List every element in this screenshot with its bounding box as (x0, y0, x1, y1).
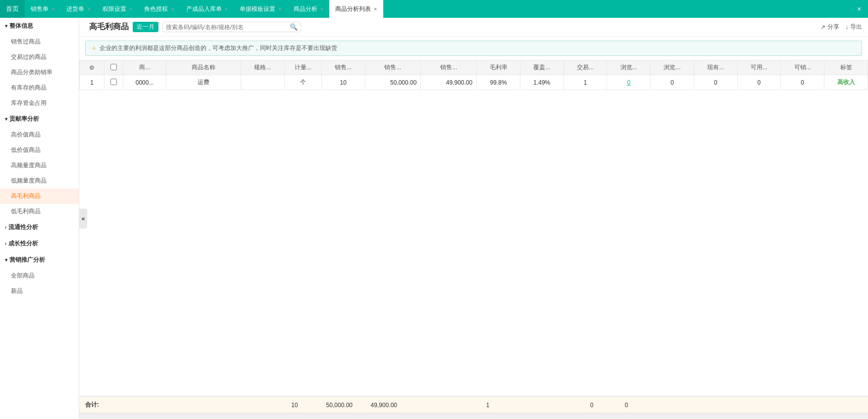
footer-spec (213, 402, 248, 409)
th-sales-cost[interactable]: 销售... (421, 60, 477, 75)
info-icon: ✧ (92, 45, 97, 52)
nav-role-permission[interactable]: 角色授权 × (138, 0, 180, 18)
cell-index: 1 (80, 75, 104, 90)
sidebar-collapse-button[interactable]: « (79, 209, 87, 229)
nav-sales[interactable]: 销售单 × (25, 0, 60, 18)
th-coverage[interactable]: 覆盖... (520, 60, 563, 75)
sidebar-group-overall[interactable]: ▾ 整体信息 (0, 18, 79, 34)
content-area: « 高毛利商品 近一月 🔍 ↗ 分享 ↓ 导出 (79, 18, 868, 419)
sidebar-group-flow[interactable]: › 流通性分析 (0, 219, 79, 235)
sidebar-item-new-goods[interactable]: 新品 (0, 283, 79, 299)
cell-spec (241, 75, 284, 90)
close-app-button[interactable]: × (850, 0, 868, 18)
th-trade[interactable]: 交易... (563, 60, 607, 75)
th-checkbox[interactable] (104, 60, 123, 75)
th-tag[interactable]: 标签 (824, 60, 868, 75)
footer-margin-rate (401, 402, 436, 409)
sidebar-item-low-freq[interactable]: 低频量度商品 (0, 173, 79, 188)
nav-product-import[interactable]: 产成品入库单 × (180, 0, 234, 18)
th-browse2[interactable]: 浏览... (651, 60, 694, 75)
nav-product-analysis[interactable]: 商品分析 × (288, 0, 329, 18)
nav-order-template[interactable]: 单据模板设置 × (234, 0, 287, 18)
nav-permission-settings[interactable]: 权限设置 × (97, 0, 138, 18)
th-name[interactable]: 商品名称 (166, 60, 241, 75)
th-spec[interactable]: 规格... (241, 60, 284, 75)
th-unit[interactable]: 计量... (284, 60, 321, 75)
cell-checkbox[interactable] (104, 75, 123, 90)
th-sellable[interactable]: 可销... (781, 60, 824, 75)
horizontal-scrollbar[interactable] (79, 413, 868, 419)
nav-home[interactable]: 首页 (0, 0, 25, 18)
footer-label: 合计: (85, 401, 99, 409)
sidebar-item-high-freq[interactable]: 高频量度商品 (0, 158, 79, 173)
sidebar-item-high-margin[interactable]: 高毛利商品 (0, 188, 79, 204)
close-product-analysis-tab[interactable]: × (320, 6, 323, 12)
cell-sales-cost: 49,900.00 (421, 75, 477, 90)
arrow-overall: ▾ (5, 23, 7, 29)
footer-sellable (644, 402, 678, 409)
sidebar-group-marketing[interactable]: ▾ 营销推广分析 (0, 252, 79, 268)
th-current-stock[interactable]: 现有... (694, 60, 737, 75)
close-purchase-tab[interactable]: × (87, 6, 90, 12)
cell-coverage: 1.49% (520, 75, 563, 90)
arrow-marketing: ▾ (5, 257, 7, 263)
sidebar-item-all-goods[interactable]: 全部商品 (0, 268, 79, 283)
footer-current-stock: 0 (574, 402, 609, 409)
sidebar-item-goods-analysis-helper[interactable]: 商品分类助销率 (0, 65, 79, 80)
cell-browse2: 0 (651, 75, 694, 90)
cell-name: 运费 (166, 75, 241, 90)
cell-sales-qty: 10 (321, 75, 365, 90)
close-permission-settings-tab[interactable]: × (129, 6, 132, 12)
footer-name (153, 402, 213, 409)
close-order-template-tab[interactable]: × (278, 6, 281, 12)
close-sales-tab[interactable]: × (51, 6, 54, 12)
th-available[interactable]: 可用... (737, 60, 781, 75)
settings-icon[interactable]: ⚙ (89, 64, 95, 71)
footer-tag (678, 402, 713, 409)
sidebar-item-low-margin[interactable]: 低毛利商品 (0, 204, 79, 219)
sidebar-item-high-price[interactable]: 高价值商品 (0, 127, 79, 142)
sidebar-group-financial[interactable]: ▾ 贡献率分析 (0, 111, 79, 127)
footer-code (119, 402, 153, 409)
th-code[interactable]: 商... (123, 60, 166, 75)
main-layout: ▾ 整体信息 销售过商品 交易过的商品 商品分类助销率 有库存的商品 库存资金占… (0, 18, 868, 419)
th-browse1[interactable]: 浏览... (607, 60, 651, 75)
sidebar-item-stock-capital[interactable]: 库存资金占用 (0, 95, 79, 111)
row-checkbox[interactable] (110, 79, 117, 85)
sidebar-item-sales-goods[interactable]: 销售过商品 (0, 34, 79, 49)
close-product-import-tab[interactable]: × (225, 6, 228, 12)
sidebar-item-low-price[interactable]: 低价值商品 (0, 142, 79, 158)
table-row: 1 0000... 运费 个 10 50,000.00 49,900.00 99 (80, 75, 868, 90)
cell-current-stock: 0 (694, 75, 737, 90)
nav-purchase[interactable]: 进货单 × (60, 0, 96, 18)
th-margin-rate[interactable]: 毛利率 (477, 60, 520, 75)
search-input[interactable] (166, 24, 290, 31)
data-table: ⚙ 商... 商品名称 规格... 计量... 销售... 销售... 销售.. (79, 60, 868, 90)
sidebar-item-stocked-goods[interactable]: 有库存的商品 (0, 80, 79, 95)
search-icon[interactable]: 🔍 (290, 23, 298, 31)
collapse-icon: « (82, 215, 85, 222)
page-title: 高毛利商品 (89, 22, 129, 32)
cell-browse1[interactable]: 0 (607, 75, 651, 90)
close-product-analysis-list-tab[interactable]: × (374, 6, 377, 12)
footer-values: 10 50,000.00 49,900.00 1 0 0 (119, 402, 862, 409)
footer-total: 合计: 10 50,000.00 49,900.00 1 0 0 (79, 396, 868, 413)
export-button[interactable]: ↓ 导出 (845, 23, 862, 31)
footer-sales-cost: 49,900.00 (357, 402, 401, 409)
sidebar-item-traded-goods[interactable]: 交易过的商品 (0, 49, 79, 65)
sidebar-group-growth[interactable]: › 成长性分析 (0, 235, 79, 252)
top-nav: 首页 销售单 × 进货单 × 权限设置 × 角色授权 × 产成品入库单 × 单据… (0, 0, 868, 18)
arrow-growth: › (5, 241, 6, 246)
arrow-financial: ▾ (5, 116, 7, 122)
content-header: 高毛利商品 近一月 🔍 ↗ 分享 ↓ 导出 (79, 18, 868, 37)
th-sales-qty[interactable]: 销售... (321, 60, 365, 75)
select-all-checkbox[interactable] (110, 64, 117, 70)
share-button[interactable]: ↗ 分享 (820, 23, 839, 31)
cell-sales-amount: 50,000.00 (365, 75, 421, 90)
period-button[interactable]: 近一月 (133, 22, 158, 32)
sidebar: ▾ 整体信息 销售过商品 交易过的商品 商品分类助销率 有库存的商品 库存资金占… (0, 18, 79, 419)
th-sales-amount[interactable]: 销售... (365, 60, 421, 75)
nav-product-analysis-list[interactable]: 商品分析列表 × (329, 0, 383, 18)
close-role-permission-tab[interactable]: × (171, 6, 174, 12)
footer-coverage (436, 402, 470, 409)
